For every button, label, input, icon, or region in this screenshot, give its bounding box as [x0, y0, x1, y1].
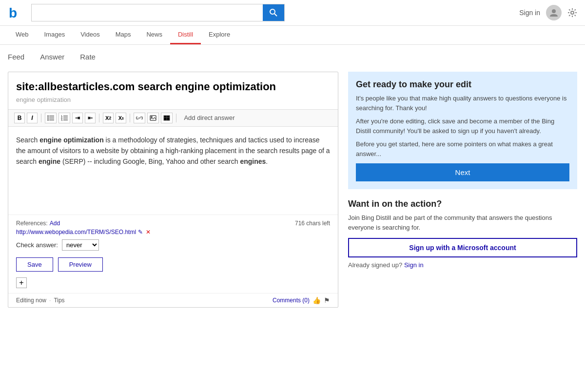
community-text: Join Bing Distill and be part of the com… [348, 213, 577, 232]
toolbar-italic[interactable]: I [27, 113, 38, 123]
editor-subtitle: engine optimization [8, 96, 338, 109]
toolbar-sep-4 [176, 114, 176, 122]
tab-videos[interactable]: Videos [73, 26, 108, 44]
signin-link[interactable]: Sign in [404, 261, 424, 269]
tips-link[interactable]: Tips [54, 297, 64, 304]
community-title: Want in on the action? [348, 199, 577, 209]
svg-point-9 [47, 117, 49, 118]
toolbar-ol[interactable]: 1.2.3. [58, 113, 70, 123]
header-right: Sign in [519, 5, 577, 20]
toolbar-table[interactable] [161, 113, 173, 123]
sub-nav-answer[interactable]: Answer [32, 50, 72, 64]
main-content: site:allbestarticles.com search engine o… [0, 64, 585, 315]
editor-body[interactable]: Search engine optimization is a methodol… [8, 127, 338, 215]
references-label: References: [16, 220, 48, 227]
sub-nav-rate[interactable]: Rate [72, 50, 103, 64]
status-left: Editing now · Tips [16, 297, 65, 304]
references-add-link[interactable]: Add [50, 220, 60, 227]
search-input[interactable] [32, 4, 263, 21]
info-box: Get ready to make your edit It's people … [348, 72, 577, 189]
delete-reference-icon[interactable]: ✕ [146, 229, 151, 235]
reference-url-link[interactable]: http://www.webopedia.com/TERM/S/SEO.html [16, 229, 136, 235]
search-button[interactable] [263, 4, 284, 21]
chars-left: 716 chars left [295, 220, 330, 227]
thumbs-up-icon[interactable]: 👍 [312, 296, 321, 304]
community-box: Want in on the action? Join Bing Distill… [348, 197, 577, 271]
svg-point-4 [571, 11, 574, 14]
right-panel: Get ready to make your edit It's people … [348, 72, 577, 308]
editor-status-bar: Editing now · Tips Comments (0) 👍 ⚑ [8, 293, 338, 307]
tab-explore[interactable]: Explore [201, 26, 238, 44]
sub-nav-feed[interactable]: Feed [8, 50, 32, 64]
editor-footer: References: Add 716 chars left http://ww… [8, 215, 338, 293]
editor-panel: site:allbestarticles.com search engine o… [8, 72, 338, 308]
tab-maps[interactable]: Maps [108, 26, 139, 44]
nav-tabs: Web Images Videos Maps News Distill Expl… [0, 26, 585, 45]
info-box-text3: Before you get started, here are some po… [356, 139, 569, 158]
tab-images[interactable]: Images [37, 26, 73, 44]
svg-point-8 [47, 115, 49, 117]
svg-point-1 [270, 9, 275, 14]
already-signed-up-text: Already signed up? Sign in [348, 261, 577, 269]
save-button[interactable]: Save [16, 257, 53, 272]
check-answer-label: Check answer: [16, 241, 58, 249]
sign-in-link[interactable]: Sign in [519, 9, 540, 17]
tab-distill[interactable]: Distill [170, 26, 201, 44]
action-buttons: Save Preview [16, 257, 330, 272]
bing-logo[interactable]: b [8, 4, 25, 21]
tab-news[interactable]: News [138, 26, 170, 44]
add-section-button[interactable]: + [16, 277, 27, 288]
check-answer-line: Check answer: never daily weekly monthly [16, 239, 330, 251]
svg-point-18 [151, 116, 152, 117]
toolbar-sep-3 [130, 114, 130, 122]
preview-button[interactable]: Preview [58, 257, 103, 272]
header: b Sign in [0, 0, 585, 26]
signup-microsoft-button[interactable]: Sign up with a Microsoft account [348, 238, 577, 257]
toolbar-sep-2 [99, 114, 99, 122]
toolbar-superscript[interactable]: X2 [103, 113, 114, 123]
toolbar-bold[interactable]: B [14, 113, 25, 123]
svg-line-2 [274, 14, 277, 16]
search-bar [31, 4, 285, 21]
next-button[interactable]: Next [356, 163, 569, 181]
user-avatar-icon[interactable] [546, 5, 562, 20]
editing-status: Editing now [16, 297, 46, 304]
svg-text:b: b [9, 5, 17, 20]
toolbar-image[interactable] [147, 113, 159, 123]
comments-link[interactable]: Comments (0) [273, 297, 310, 304]
sub-nav: Feed Answer Rate [0, 45, 585, 64]
svg-point-3 [552, 9, 556, 13]
svg-text:3.: 3. [61, 118, 63, 121]
edit-reference-icon[interactable]: ✎ [138, 229, 143, 235]
toolbar-add-direct-answer[interactable]: Add direct answer [184, 114, 234, 121]
flag-icon[interactable]: ⚑ [324, 296, 330, 304]
references-line: References: Add [16, 220, 62, 227]
toolbar-ul[interactable] [45, 113, 57, 123]
toolbar-link[interactable] [134, 113, 145, 123]
settings-icon[interactable] [567, 8, 577, 18]
editor-title: site:allbestarticles.com search engine o… [8, 72, 338, 96]
tab-web[interactable]: Web [8, 26, 37, 44]
info-box-text1: It's people like you that make high qual… [356, 94, 569, 113]
toolbar-subscript[interactable]: X₂ [116, 113, 126, 123]
info-box-title: Get ready to make your edit [356, 79, 569, 90]
editor-toolbar: B I 1.2.3. ⇥ ⇤ X2 X₂ A [8, 109, 338, 127]
toolbar-indent[interactable]: ⇥ [72, 113, 83, 123]
check-answer-select[interactable]: never daily weekly monthly [62, 239, 99, 251]
toolbar-sep-1 [41, 114, 41, 122]
svg-point-10 [47, 119, 49, 120]
info-box-text2: After you're done editing, click save an… [356, 117, 569, 136]
toolbar-outdent[interactable]: ⇤ [85, 113, 96, 123]
